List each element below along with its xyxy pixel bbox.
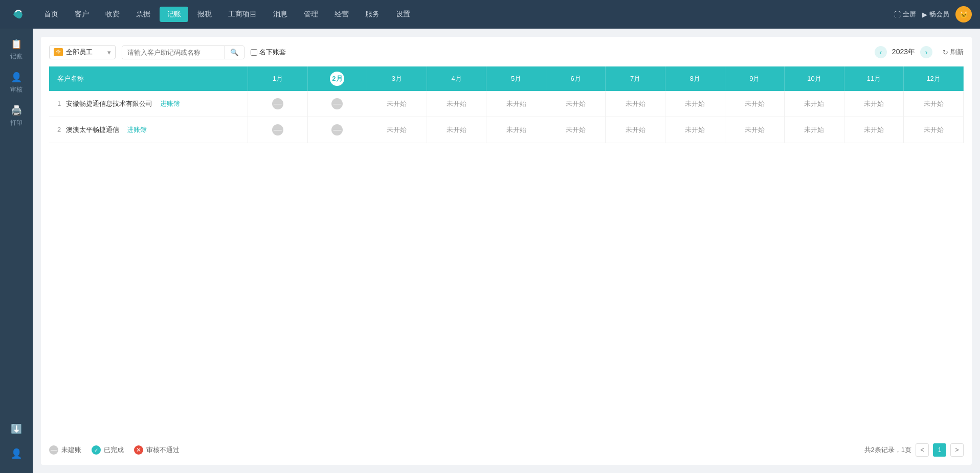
sidebar-bottom: ⬇️ 👤 — [10, 418, 23, 473]
status-dash-icon: — — [272, 98, 283, 109]
month-cell-0-6: 未开始 — [606, 91, 665, 117]
col-header-dec: 12月 — [904, 66, 964, 91]
vip-button[interactable]: ▶ 畅会员 — [922, 10, 949, 19]
legend-not-created: — 未建账 — [49, 445, 81, 455]
pagination-page-1[interactable]: 1 — [933, 443, 946, 457]
nav-customer[interactable]: 客户 — [68, 7, 96, 22]
month-cell-1-11: 未开始 — [904, 117, 964, 143]
user-avatar[interactable]: 🐱 — [955, 6, 972, 22]
nav-right-area: ⛶ 全屏 ▶ 畅会员 🐱 — [894, 6, 972, 22]
month-cell-0-9: 未开始 — [785, 91, 844, 117]
dropdown-arrow-icon: ▾ — [107, 49, 111, 56]
legend-completed-label: 已完成 — [104, 445, 124, 455]
month-cell-0-4: 未开始 — [486, 91, 546, 117]
col-header-mar: 3月 — [367, 66, 427, 91]
legend-rejected: ✕ 审核不通过 — [134, 445, 180, 455]
col-header-apr: 4月 — [427, 66, 486, 91]
sidebar-download[interactable]: ⬇️ — [10, 418, 23, 440]
month-cell-0-1: — — [307, 91, 367, 117]
enter-account-link[interactable]: 进账簿 — [127, 126, 147, 133]
nav-menu: 首页 客户 收费 票据 记账 报税 工商项目 消息 管理 经营 服务 设置 — [37, 7, 894, 22]
col-header-sep: 9月 — [725, 66, 785, 91]
month-cell-1-5: 未开始 — [546, 117, 606, 143]
sidebar-bookkeeping-label: 记账 — [10, 52, 23, 61]
sidebar-audit-label: 审核 — [10, 85, 23, 94]
month-cell-1-9: 未开始 — [785, 117, 844, 143]
table-footer: — 未建账 ✓ 已完成 ✕ 审核不通过 共2条记录，1页 < 1 > — [49, 443, 964, 457]
col-header-customer: 客户名称 — [49, 66, 248, 91]
content-card: 全 全部员工 ▾ 🔍 名下账套 ‹ 2023年 › — [41, 37, 972, 465]
sidebar-item-audit[interactable]: 👤 审核 — [0, 66, 33, 99]
month-cell-0-2: 未开始 — [367, 91, 427, 117]
month-cell-1-0: — — [248, 117, 308, 143]
month-cell-1-10: 未开始 — [844, 117, 904, 143]
fullscreen-button[interactable]: ⛶ 全屏 — [894, 10, 916, 19]
sidebar-user[interactable]: 👤 — [10, 442, 23, 465]
user-icon: 👤 — [10, 447, 23, 460]
sidebar-print-label: 打印 — [10, 119, 23, 127]
enter-account-link[interactable]: 进账簿 — [160, 100, 180, 107]
nav-bookkeeping[interactable]: 记账 — [160, 7, 188, 22]
nav-home[interactable]: 首页 — [37, 7, 65, 22]
col-header-jun: 6月 — [546, 66, 606, 91]
nav-settings[interactable]: 设置 — [389, 7, 417, 22]
refresh-label: 刷新 — [950, 48, 964, 57]
nav-invoice[interactable]: 票据 — [129, 7, 158, 22]
col-header-aug: 8月 — [665, 66, 725, 91]
col-header-jul: 7月 — [606, 66, 665, 91]
nav-manage[interactable]: 管理 — [297, 7, 325, 22]
row-index: 2 — [57, 126, 61, 133]
month-cell-1-6: 未开始 — [606, 117, 665, 143]
app-logo — [8, 4, 29, 25]
employee-tag-icon: 全 — [54, 48, 63, 56]
month-cell-0-10: 未开始 — [844, 91, 904, 117]
month-cell-0-8: 未开始 — [725, 91, 785, 117]
nav-fee[interactable]: 收费 — [98, 7, 127, 22]
search-button[interactable]: 🔍 — [225, 46, 244, 59]
legend-not-created-label: 未建账 — [61, 445, 81, 455]
legend-rejected-label: 审核不通过 — [146, 445, 180, 455]
my-accounts-checkbox-label[interactable]: 名下账套 — [251, 48, 286, 57]
nav-message[interactable]: 消息 — [266, 7, 295, 22]
col-header-feb: 2月 — [307, 66, 367, 91]
legend-completed-icon: ✓ — [92, 445, 101, 455]
customer-name: 澳澳太平畅捷通信 — [66, 126, 119, 133]
year-display: 2023年 — [892, 48, 915, 57]
nav-operation[interactable]: 经营 — [327, 7, 356, 22]
my-accounts-checkbox[interactable] — [251, 49, 257, 56]
month-cell-0-7: 未开始 — [665, 91, 725, 117]
pagination: 共2条记录，1页 < 1 > — [864, 443, 964, 457]
status-dash-icon: — — [272, 124, 283, 136]
year-next-button[interactable]: › — [920, 46, 932, 58]
search-input[interactable] — [122, 46, 225, 59]
status-dash-icon: — — [331, 98, 343, 109]
refresh-button[interactable]: ↻ 刷新 — [943, 48, 964, 57]
month-cell-1-2: 未开始 — [367, 117, 427, 143]
sidebar: 📋 记账 👤 审核 🖨️ 打印 ⬇️ 👤 — [0, 29, 33, 473]
month-cell-0-3: 未开始 — [427, 91, 486, 117]
nav-business[interactable]: 工商项目 — [221, 7, 264, 22]
pagination-next[interactable]: > — [950, 443, 964, 457]
table-row: 2 澳澳太平畅捷通信 进账簿 ——未开始未开始未开始未开始未开始未开始未开始未开… — [49, 117, 964, 143]
audit-icon: 👤 — [10, 71, 23, 83]
account-table: 客户名称 1月 2月 3月 4月 5月 6月 7月 8月 9月 10月 11月 … — [49, 66, 964, 143]
col-header-may: 5月 — [486, 66, 546, 91]
refresh-icon: ↻ — [943, 49, 948, 56]
employee-select[interactable]: 全 全部员工 ▾ — [49, 45, 116, 59]
search-icon: 🔍 — [230, 49, 239, 56]
top-navigation: 首页 客户 收费 票据 记账 报税 工商项目 消息 管理 经营 服务 设置 ⛶ … — [0, 0, 980, 29]
chevron-right-icon: › — [925, 48, 928, 56]
table-row: 1 安徽畅捷通信息技术有限公司 进账簿 ——未开始未开始未开始未开始未开始未开始… — [49, 91, 964, 117]
nav-tax[interactable]: 报税 — [190, 7, 219, 22]
year-prev-button[interactable]: ‹ — [875, 46, 887, 58]
sidebar-item-print[interactable]: 🖨️ 打印 — [0, 99, 33, 132]
pagination-prev[interactable]: < — [916, 443, 929, 457]
employee-select-label: 全部员工 — [66, 48, 93, 57]
nav-service[interactable]: 服务 — [358, 7, 387, 22]
col-header-nov: 11月 — [844, 66, 904, 91]
month-cell-1-4: 未开始 — [486, 117, 546, 143]
sidebar-item-bookkeeping[interactable]: 📋 记账 — [0, 33, 33, 66]
customer-cell-1: 2 澳澳太平畅捷通信 进账簿 — [49, 117, 248, 143]
vip-label: 畅会员 — [929, 10, 949, 19]
row-index: 1 — [57, 100, 61, 107]
